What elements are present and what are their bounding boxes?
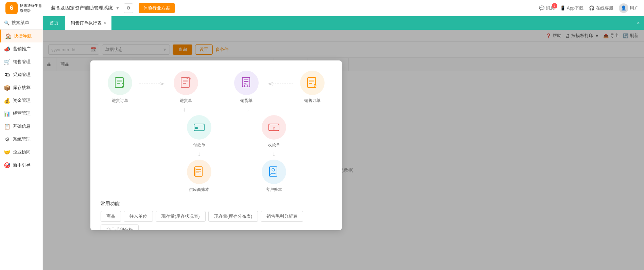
search-icon: 🔍 <box>4 20 10 25</box>
user-avatar: 👤 <box>619 3 628 13</box>
svg-rect-32 <box>269 167 277 176</box>
sidebar-item-operation[interactable]: 📊 经营管理 <box>0 107 42 120</box>
svg-rect-13 <box>244 85 248 87</box>
online-service-button[interactable]: 🎧 在线客服 <box>589 5 613 11</box>
svg-rect-27 <box>195 167 202 176</box>
top-bar: 6 畅康通好生意 旗舰版 装备及固定资产辅助管理系统 ▼ ⚙ 体验行业方案 💬 … <box>0 0 644 16</box>
sidebar-item-system[interactable]: ⚙ 系统管理 <box>0 133 42 146</box>
system-title: 装备及固定资产辅助管理系统 ▼ ⚙ 体验行业方案 <box>51 3 175 13</box>
func-btn-goods[interactable]: 商品 <box>101 211 121 222</box>
purchase-icon: 🛍 <box>4 72 10 78</box>
svg-text:¥: ¥ <box>273 127 275 131</box>
sales-icon: 🛒 <box>4 59 10 65</box>
payment-icon <box>187 115 211 140</box>
flow-payment[interactable]: 付款单 <box>175 115 223 148</box>
supplier-ledger-label: 供应商账本 <box>189 187 209 193</box>
svg-rect-31 <box>194 167 195 176</box>
customer-ledger-icon <box>262 160 286 184</box>
sidebar-item-quick-nav[interactable]: 🏠 快捷导航 <box>0 30 42 42</box>
top-right: 💬 消息 5 📱 App下载 🎧 在线客服 👤 用户 <box>539 3 639 13</box>
sales-bill-icon <box>234 71 259 95</box>
tab-bar: 首页 销售订单执行表 × × <box>43 16 644 30</box>
receipt-icon: ¥ <box>262 115 286 140</box>
sidebar-search[interactable]: 🔍 搜索菜单 <box>0 16 42 30</box>
sidebar-item-finance[interactable]: 💰 资金管理 <box>0 94 42 107</box>
download-icon: 📱 <box>560 5 565 11</box>
gear-button[interactable]: ⚙ <box>124 3 133 13</box>
logo-area: 6 畅康通好生意 旗舰版 <box>5 2 48 14</box>
popup-overlay[interactable]: 进货订单 <box>43 30 644 270</box>
sidebar-item-sales[interactable]: 🛒 销售管理 <box>0 55 42 68</box>
system-dropdown-icon[interactable]: ▼ <box>116 6 120 11</box>
func-btn-sales-margin[interactable]: 销售毛利分析表 <box>261 211 303 222</box>
app-container: 6 畅康通好生意 旗舰版 装备及固定资产辅助管理系统 ▼ ⚙ 体验行业方案 💬 … <box>0 0 644 270</box>
flow-customer-ledger[interactable]: 客户账本 <box>250 160 298 193</box>
func-btn-stock-status[interactable]: 现存量(库存状况表) <box>156 211 206 222</box>
basic-info-icon: 📋 <box>4 123 10 129</box>
svg-rect-5 <box>181 77 189 88</box>
svg-text:$: $ <box>314 85 316 88</box>
system-name: 装备及固定资产辅助管理系统 <box>51 5 113 11</box>
tab-home[interactable]: 首页 <box>43 20 65 26</box>
sales-bill-label: 销货单 <box>240 98 253 104</box>
purchase-order-icon <box>108 71 132 95</box>
system-icon: ⚙ <box>4 136 10 142</box>
func-btn-contacts[interactable]: 往来单位 <box>124 211 153 222</box>
try-button[interactable]: 体验行业方案 <box>139 3 175 13</box>
purchase-order-label: 进货订单 <box>112 98 128 104</box>
flow-purchase-order[interactable]: 进货订单 <box>101 71 139 104</box>
sidebar-item-purchase[interactable]: 🛍 采购管理 <box>0 68 42 81</box>
user-menu[interactable]: 👤 用户 <box>619 3 639 13</box>
logo-text: 畅康通好生意 旗舰版 <box>20 3 42 13</box>
sidebar-item-newbie[interactable]: 🎯 新手引导 <box>0 159 42 172</box>
finance-icon: 💰 <box>4 97 10 104</box>
sales-order-icon: $ <box>300 71 325 95</box>
sidebar-item-inventory[interactable]: 📦 库存核算 <box>0 81 42 94</box>
common-functions-title: 常用功能 <box>101 201 332 207</box>
flow-receipt[interactable]: ¥ 收款单 <box>250 115 298 148</box>
receipt-label: 收款单 <box>268 142 280 148</box>
sidebar-item-marketing[interactable]: 📣 营销推广 <box>0 42 42 55</box>
content-area: 首页 销售订单执行表 × × ❓ 帮助 <box>43 16 644 270</box>
common-functions: 常用功能 商品 往来单位 现存量(库存状况表) 现存量(库存分布表) 销售毛利分… <box>101 201 332 230</box>
func-buttons-row1: 商品 往来单位 现存量(库存状况表) 现存量(库存分布表) 销售毛利分析表 商品… <box>101 211 332 230</box>
message-button[interactable]: 💬 消息 5 <box>539 5 555 11</box>
app-download-button[interactable]: 📱 App下载 <box>560 5 584 11</box>
marketing-icon: 📣 <box>4 46 10 52</box>
flow-purchase-bill[interactable]: 进货单 <box>167 71 205 104</box>
purchase-bill-label: 进货单 <box>180 98 192 104</box>
flow-sales-order[interactable]: $ 销售订单 <box>293 71 332 104</box>
sidebar-item-basic-info[interactable]: 📋 基础信息 <box>0 120 42 133</box>
sales-order-label: 销售订单 <box>304 98 320 104</box>
sidebar: 🔍 搜索菜单 🏠 快捷导航 📣 营销推广 🛒 销售管理 🛍 采购管理 📦 <box>0 16 43 270</box>
message-badge: 5 <box>552 3 557 8</box>
sidebar-item-enterprise[interactable]: 🤝 企业协同 <box>0 146 42 159</box>
enterprise-icon: 🤝 <box>4 149 10 155</box>
purchase-bill-icon <box>174 71 198 95</box>
customer-ledger-label: 客户账本 <box>266 187 282 193</box>
supplier-ledger-icon <box>187 160 211 184</box>
svg-rect-0 <box>115 77 123 88</box>
tab-close-icon[interactable]: × <box>104 21 106 25</box>
main-area: 🔍 搜索菜单 🏠 快捷导航 📣 营销推广 🛒 销售管理 🛍 采购管理 📦 <box>0 16 644 270</box>
home-icon: 🏠 <box>5 33 11 39</box>
payment-label: 付款单 <box>193 142 205 148</box>
close-all-tabs-button[interactable]: × <box>637 20 640 26</box>
service-icon: 🎧 <box>589 5 594 11</box>
svg-rect-23 <box>195 127 198 129</box>
func-btn-stock-dist[interactable]: 现存量(库存分布表) <box>208 211 258 222</box>
quick-nav-popup: 进货订单 <box>90 60 342 230</box>
logo-icon: 6 <box>5 2 18 14</box>
func-btn-goods-margin[interactable]: 商品毛利分析 <box>101 224 139 230</box>
tab-sales-order[interactable]: 销售订单执行表 × <box>65 16 111 30</box>
flow-sales-bill[interactable]: 销货单 <box>227 71 266 104</box>
svg-rect-9 <box>242 77 250 87</box>
flow-supplier-ledger[interactable]: 供应商账本 <box>175 160 223 193</box>
svg-point-33 <box>272 168 275 171</box>
newbie-icon: 🎯 <box>4 162 10 168</box>
operation-icon: 📊 <box>4 110 10 116</box>
inventory-icon: 📦 <box>4 85 10 91</box>
message-icon: 💬 <box>539 5 544 11</box>
